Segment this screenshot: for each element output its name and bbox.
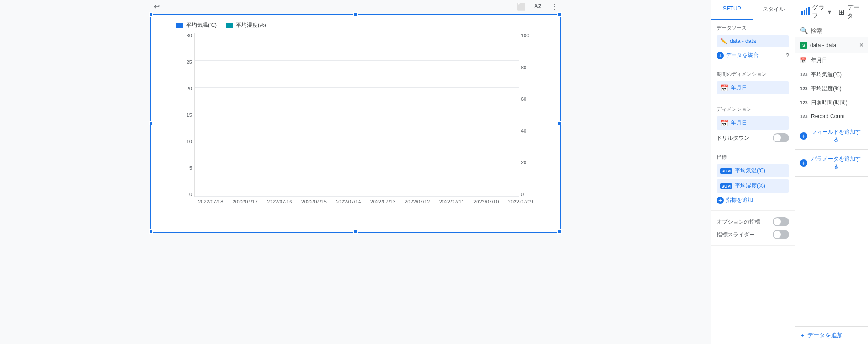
num-type-icon-3: 123 — [800, 100, 808, 105]
top-bar: グラフ ▾ ⊞ データ — [795, 0, 868, 24]
field-item-record-count[interactable]: 123 Record Count — [795, 110, 868, 123]
data-button[interactable]: ⊞ データ — [838, 4, 863, 20]
field-label-date: 年月日 — [811, 57, 827, 64]
text-icon-button[interactable]: AZ — [531, 0, 544, 13]
num-type-icon-4: 123 — [800, 114, 808, 119]
sheets-icon: S — [800, 42, 807, 49]
plus-circle-param-icon: + — [800, 159, 807, 167]
pencil-icon: ✏️ — [720, 38, 727, 44]
plus-circle-icon: + — [717, 52, 724, 59]
legend-color-temperature — [176, 23, 183, 28]
setup-panel: SETUP スタイル データソース ✏️ data - data + データを統… — [711, 0, 795, 344]
metrics-section: 指標 SUM 平均気温(℃) SUM 平均湿度(%) + 指標を追加 — [711, 149, 795, 211]
metric-label-1: 平均気温(℃) — [735, 167, 765, 175]
plus-circle-data-icon: + — [801, 332, 805, 339]
num-type-icon-2: 123 — [800, 86, 808, 91]
legend-item-temperature: 平均気温(℃) — [176, 21, 217, 29]
field-label-temp: 平均気温(℃) — [811, 71, 842, 78]
optional-metrics-section: オプションの指標 指標スライダー — [711, 211, 795, 246]
graph-button[interactable]: グラフ ▾ — [801, 4, 831, 20]
datasource-label: data - data — [810, 42, 836, 48]
drilldown-label: ドリルダウン — [717, 134, 749, 142]
add-data-label: データを追加 — [807, 331, 843, 339]
field-item-date[interactable]: 📅 年月日 — [795, 53, 868, 68]
x-label-2: 2022/07/16 — [263, 199, 296, 204]
panel-tabs: SETUP スタイル — [711, 0, 795, 20]
tab-style[interactable]: スタイル — [753, 0, 795, 20]
metric-label-2: 平均湿度(%) — [735, 182, 765, 190]
field-item-humidity[interactable]: 123 平均湿度(%) — [795, 82, 868, 96]
add-metric-button[interactable]: + 指標を追加 — [717, 194, 753, 206]
search-input[interactable] — [811, 27, 868, 34]
bars-container — [194, 33, 519, 197]
add-parameter-label: パラメータを追加する — [809, 155, 863, 171]
undo-button[interactable]: ↩ — [150, 0, 163, 13]
data-source-header: S data - data × — [795, 37, 868, 53]
field-label-sunshine: 日照時間(時間) — [811, 99, 847, 107]
x-axis: 2022/07/18 2022/07/17 2022/07/16 2022/07… — [176, 197, 537, 204]
x-label-3: 2022/07/15 — [298, 199, 331, 204]
period-value-label: 年月日 — [731, 84, 747, 92]
period-dimension-section: 期間のディメンション 📅 年月日 — [711, 66, 795, 101]
metric-slider-label: 指標スライダー — [717, 231, 755, 239]
metric-item-1[interactable]: SUM 平均気温(℃) — [717, 164, 789, 177]
drilldown-toggle[interactable] — [773, 133, 789, 142]
optional-metrics-toggle[interactable] — [773, 217, 789, 226]
data-label: データ — [847, 4, 863, 20]
period-dimension-title: 期間のディメンション — [717, 71, 789, 78]
merge-data-label: データを統合 — [726, 52, 759, 59]
selection-icon-button[interactable]: ⬜ — [515, 0, 528, 13]
x-label-6: 2022/07/12 — [401, 199, 434, 204]
more-options-button[interactable]: ⋮ — [548, 0, 561, 13]
table-icon: ⊞ — [838, 8, 844, 16]
svg-rect-3 — [808, 7, 810, 15]
tab-setup[interactable]: SETUP — [711, 0, 753, 20]
x-label-5: 2022/07/13 — [367, 199, 400, 204]
legend-color-humidity — [226, 23, 233, 28]
y-axis-right: 100 80 60 40 20 0 — [519, 33, 537, 197]
datasource-name: data - data — [730, 38, 756, 44]
period-dimension-value[interactable]: 📅 年月日 — [717, 81, 789, 94]
plus-circle-metric-icon: + — [717, 197, 724, 204]
optional-metrics-row: オプションの指標 — [717, 215, 789, 228]
calendar-icon-period: 📅 — [720, 84, 728, 92]
add-field-button[interactable]: + フィールドを追加する — [800, 126, 863, 146]
svg-rect-0 — [801, 11, 803, 15]
dimension-value[interactable]: 📅 年月日 — [717, 116, 789, 130]
metric-item-2[interactable]: SUM 平均湿度(%) — [717, 179, 789, 193]
field-label-humidity: 平均湿度(%) — [811, 85, 842, 93]
datasource-section: データソース ✏️ data - data + データを統合 ? — [711, 20, 795, 66]
datasource-button[interactable]: ✏️ data - data — [717, 35, 789, 47]
field-item-sunshine[interactable]: 123 日照時間(時間) — [795, 96, 868, 110]
bars-group-container — [195, 33, 519, 197]
x-label-8: 2022/07/10 — [470, 199, 503, 204]
x-label-0: 2022/07/18 — [194, 199, 227, 204]
search-icon: 🔍 — [800, 27, 808, 34]
chart-toolbar: ↩ ⬜ AZ ⋮ — [150, 0, 561, 13]
search-box: 🔍 — [795, 24, 868, 37]
x-label-4: 2022/07/14 — [332, 199, 365, 204]
drilldown-row: ドリルダウン — [717, 131, 789, 144]
y-axis-left: 30 25 20 15 10 5 0 — [176, 33, 194, 197]
dimension-value-label: 年月日 — [731, 119, 747, 127]
dimension-section: ディメンション 📅 年月日 ドリルダウン — [711, 101, 795, 149]
chart-legend: 平均気温(℃) 平均湿度(%) — [176, 21, 537, 29]
graph-icon — [801, 6, 810, 18]
chart-area: 30 25 20 15 10 5 0 — [176, 33, 537, 197]
optional-metrics-label: オプションの指標 — [717, 218, 760, 226]
calendar-icon-dimension: 📅 — [720, 120, 728, 127]
close-button[interactable]: × — [859, 41, 863, 49]
svg-rect-1 — [804, 10, 805, 15]
metric-slider-toggle[interactable] — [773, 230, 789, 239]
date-type-icon: 📅 — [800, 57, 808, 63]
legend-label-humidity: 平均湿度(%) — [236, 21, 266, 29]
merge-data-button[interactable]: + データを統合 — [717, 50, 759, 61]
add-parameter-button[interactable]: + パラメータを追加する — [800, 153, 863, 172]
chart-container: 平均気温(℃) 平均湿度(%) 30 25 20 15 10 — [150, 14, 561, 233]
metric-slider-toggle-knob — [774, 231, 781, 238]
x-label-1: 2022/07/17 — [229, 199, 262, 204]
field-item-temp[interactable]: 123 平均気温(℃) — [795, 68, 868, 82]
graph-label: グラフ — [812, 4, 826, 20]
help-icon[interactable]: ? — [786, 52, 789, 59]
add-data-button[interactable]: + データを追加 — [795, 326, 868, 344]
